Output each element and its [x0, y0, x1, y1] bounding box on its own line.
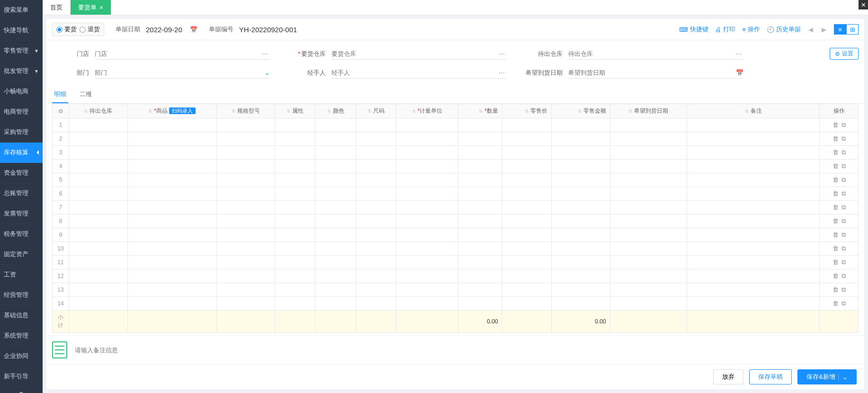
table-row[interactable]: 13🗑⧉	[53, 283, 859, 297]
discard-button[interactable]: 放弃	[713, 369, 743, 384]
close-panel-button[interactable]: ✕	[859, 0, 868, 9]
table-row[interactable]: 7🗑⧉	[53, 201, 859, 214]
dept-input[interactable]	[95, 69, 265, 76]
delete-icon[interactable]: 🗑	[832, 190, 839, 197]
sidebar-item-ecom2[interactable]: 电商管理	[0, 102, 43, 122]
table-settings-button[interactable]: ⚙	[53, 104, 69, 118]
chevron-down-icon[interactable]: ⌄	[265, 69, 270, 76]
calendar-icon[interactable]: 📅	[190, 26, 197, 33]
lookup-icon[interactable]: ⋯	[260, 50, 270, 57]
copy-icon[interactable]: ⧉	[841, 286, 846, 293]
delete-icon[interactable]: 🗑	[832, 272, 839, 279]
col-size[interactable]: ⇅尺码	[356, 104, 396, 118]
copy-icon[interactable]: ⧉	[841, 272, 846, 279]
calendar-icon[interactable]: 📅	[736, 69, 743, 76]
sidebar-item-ledger[interactable]: 总账管理	[0, 183, 43, 204]
delete-icon[interactable]: 🗑	[832, 245, 839, 252]
delete-icon[interactable]: 🗑	[832, 259, 839, 266]
radio-return[interactable]: 退货	[80, 25, 100, 34]
sidebar-item-system[interactable]: 系统管理	[0, 326, 43, 346]
view-list-button[interactable]: ≡	[834, 24, 846, 35]
nav-prev-icon[interactable]: ◀	[807, 26, 814, 33]
table-row[interactable]: 8🗑⧉	[53, 214, 859, 228]
sidebar-item-tax[interactable]: 税务管理	[0, 224, 43, 244]
print-button[interactable]: 🖨打印	[715, 25, 735, 34]
table-wrap[interactable]: ⚙ ⇅待出仓库 ⇅*商品 扫码录入 ⇅规格型号 ⇅属性 ⇅颜色 ⇅尺码 ⇅*计量…	[46, 104, 864, 335]
delete-icon[interactable]: 🗑	[832, 231, 839, 238]
lookup-icon[interactable]: ⋯	[497, 69, 507, 76]
shortcut-button[interactable]: ⌨快捷键	[679, 25, 708, 34]
table-row[interactable]: 4🗑⧉	[53, 160, 859, 173]
col-price[interactable]: ⇅零售价	[502, 104, 551, 118]
handler-input[interactable]	[331, 69, 497, 76]
nav-next-icon[interactable]: ▶	[821, 26, 827, 33]
tab-home[interactable]: 首页	[43, 0, 71, 15]
sidebar-item-operation[interactable]: 经营管理	[0, 285, 43, 305]
lookup-icon[interactable]: ⋯	[497, 50, 507, 57]
scan-badge[interactable]: 扫码录入	[169, 107, 196, 114]
delete-icon[interactable]: 🗑	[832, 149, 839, 156]
sidebar-item-guide[interactable]: 新手引导	[0, 366, 43, 387]
copy-icon[interactable]: ⧉	[841, 231, 846, 238]
table-row[interactable]: 12🗑⧉	[53, 269, 859, 283]
store-input[interactable]	[95, 50, 260, 57]
col-amount[interactable]: ⇅零售金额	[552, 104, 610, 118]
table-row[interactable]: 14🗑⧉	[53, 297, 859, 311]
operate-button[interactable]: ≡操作	[742, 25, 760, 34]
delete-icon[interactable]: 🗑	[832, 135, 839, 142]
history-button[interactable]: 🕘历史单据	[767, 25, 801, 34]
delete-icon[interactable]: 🗑	[832, 204, 839, 211]
sidebar-settings[interactable]: ⚙	[0, 387, 43, 393]
sidebar-item-basic[interactable]: 基础信息	[0, 305, 43, 326]
sidebar-item-collab[interactable]: 企业协同	[0, 346, 43, 366]
col-product[interactable]: ⇅*商品 扫码录入	[127, 104, 216, 118]
sidebar-item-quicknav[interactable]: 快捷导航	[0, 20, 43, 41]
copy-icon[interactable]: ⧉	[841, 162, 846, 170]
col-spec[interactable]: ⇅规格型号	[216, 104, 275, 118]
detail-tab-list[interactable]: 明细	[52, 86, 68, 103]
save-new-button[interactable]: 保存&新增⌄	[797, 369, 857, 384]
copy-icon[interactable]: ⧉	[841, 245, 846, 252]
table-row[interactable]: 1🗑⧉	[53, 118, 859, 132]
copy-icon[interactable]: ⧉	[841, 204, 846, 211]
sidebar-item-funds[interactable]: 资金管理	[0, 163, 43, 183]
table-row[interactable]: 6🗑⧉	[53, 187, 859, 201]
copy-icon[interactable]: ⧉	[841, 300, 846, 307]
sidebar-item-salary[interactable]: 工资	[0, 265, 43, 285]
sidebar-item-inventory[interactable]: 库存核算	[0, 143, 43, 163]
sidebar-item-ecom1[interactable]: 小畅电商	[0, 81, 43, 102]
delete-icon[interactable]: 🗑	[832, 121, 839, 128]
lookup-icon[interactable]: ⋯	[734, 50, 743, 57]
delete-icon[interactable]: 🗑	[832, 286, 839, 293]
tab-close-icon[interactable]: ×	[99, 4, 103, 11]
radio-request[interactable]: 要货	[56, 25, 77, 34]
copy-icon[interactable]: ⧉	[841, 176, 846, 183]
col-attr[interactable]: ⇅属性	[275, 104, 315, 118]
delete-icon[interactable]: 🗑	[832, 300, 839, 307]
sidebar-item-purchase[interactable]: 采购管理	[0, 122, 43, 143]
copy-icon[interactable]: ⧉	[841, 190, 846, 197]
col-out-wh[interactable]: ⇅待出仓库	[69, 104, 128, 118]
notes-input[interactable]	[75, 347, 859, 354]
copy-icon[interactable]: ⧉	[841, 135, 846, 142]
sidebar-item-retail[interactable]: 零售管理▼	[0, 41, 43, 61]
col-note[interactable]: ⇅备注	[687, 104, 820, 118]
req-wh-input[interactable]	[331, 50, 497, 57]
table-row[interactable]: 3🗑⧉	[53, 146, 859, 160]
expect-date-input[interactable]	[568, 69, 736, 76]
chevron-down-icon[interactable]: ⌄	[838, 374, 848, 381]
table-row[interactable]: 10🗑⧉	[53, 242, 859, 256]
sidebar-item-assets[interactable]: 固定资产	[0, 244, 43, 265]
table-row[interactable]: 9🗑⧉	[53, 228, 859, 242]
out-wh-input[interactable]	[568, 50, 734, 57]
copy-icon[interactable]: ⧉	[841, 149, 846, 156]
table-row[interactable]: 5🗑⧉	[53, 173, 859, 187]
col-qty[interactable]: ⇅*数量	[458, 104, 502, 118]
sidebar-item-invoice[interactable]: 发票管理	[0, 204, 43, 224]
table-row[interactable]: 11🗑⧉	[53, 256, 859, 269]
col-expect[interactable]: ⇅希望到货日期	[610, 104, 687, 118]
table-row[interactable]: 2🗑⧉	[53, 132, 859, 146]
col-unit[interactable]: ⇅*计量单位	[396, 104, 458, 118]
col-color[interactable]: ⇅颜色	[315, 104, 356, 118]
tab-request-order[interactable]: 要货单×	[71, 0, 111, 15]
